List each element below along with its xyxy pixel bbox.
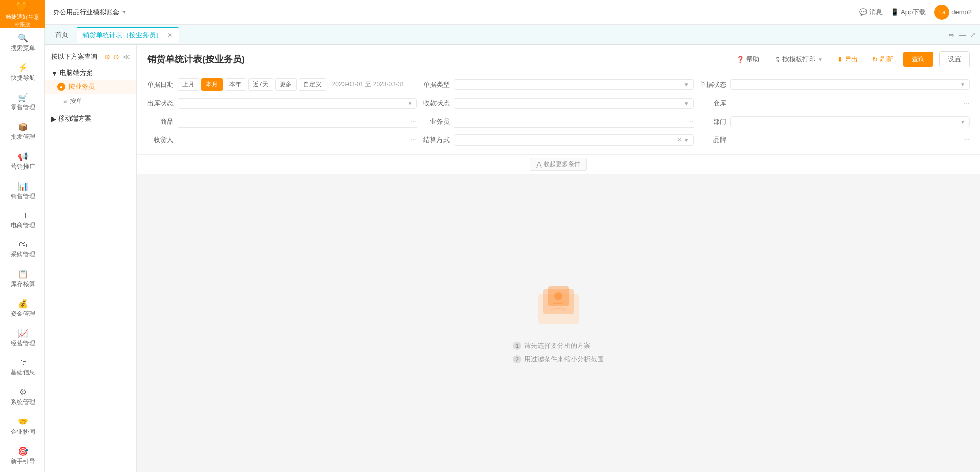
out-status-label: 出库状态 (147, 99, 174, 108)
logo-icon: 🧡 (16, 0, 29, 12)
tab-home[interactable]: 首页 (49, 27, 75, 43)
sidebar-item-12[interactable]: ⚙系统管理 (0, 382, 45, 412)
app-download-button[interactable]: 📱 App下载 (891, 8, 926, 17)
date-btn-this-year[interactable]: 本年 (225, 78, 246, 91)
sidebar-label-5: 销售管理 (11, 193, 35, 200)
print-template-button[interactable]: 🖨 按模板打印 ▼ (770, 53, 827, 66)
sidebar-icon-11: 🗂 (4, 358, 43, 367)
doc-type-arrow-icon: ▼ (684, 82, 689, 87)
out-status-select[interactable]: ▼ (178, 98, 417, 109)
top-header: 办公用品行业模拟账套 ▼ 💬 消息 📱 App下载 Ea demo2 (45, 0, 980, 25)
sidebar-icon-9: 💰 (4, 299, 43, 309)
tab-expand-icon[interactable]: ⇔ (948, 31, 954, 39)
sidebar-item-2[interactable]: 🛒零售管理 (0, 87, 45, 117)
date-btn-last-month[interactable]: 上月 (178, 78, 199, 91)
receipt-status-select[interactable]: ▼ (454, 98, 693, 109)
app-selector[interactable]: 办公用品行业模拟账套 ▼ (53, 8, 127, 17)
sidebar-item-6[interactable]: 🖥电商管理 (0, 206, 45, 235)
help-icon: ❓ (736, 56, 744, 63)
query-button[interactable]: 查询 (903, 52, 933, 67)
refresh-icon: ↻ (872, 56, 878, 63)
date-btn-custom[interactable]: 自定义 (299, 78, 326, 91)
brand-input[interactable] (730, 134, 961, 146)
sidebar-item-3[interactable]: 📦批发管理 (0, 117, 45, 147)
mobile-scheme-group-title[interactable]: ▶ 移动端方案 (45, 112, 136, 125)
app-subtitle: 标账版 (15, 21, 30, 28)
collapse-panel-button[interactable]: ≪ (122, 53, 130, 61)
consignee-dots-icon[interactable]: ··· (410, 135, 417, 145)
download-icon: 📱 (891, 8, 899, 16)
department-label: 部门 (700, 117, 726, 126)
sidebar-item-0[interactable]: 🔍搜索菜单 (0, 28, 45, 58)
tab-maximize-icon[interactable]: ⤢ (970, 31, 976, 39)
sidebar-item-4[interactable]: 📢营销推广 (0, 147, 45, 176)
sidebar-item-1[interactable]: ⚡快捷导航 (0, 58, 45, 87)
settlement-clear-icon[interactable]: ✕ (677, 136, 682, 144)
sidebar-icon-8: 📋 (4, 269, 43, 279)
tab-sales-stats[interactable]: 销货单统计表（按业务员） ✕ (77, 27, 179, 43)
message-label: 消息 (869, 8, 883, 17)
sidebar-icon-1: ⚡ (4, 63, 43, 73)
sidebar-item-13[interactable]: 🤝企业协同 (0, 412, 45, 441)
help-button[interactable]: ❓ 帮助 (732, 53, 764, 66)
user-profile[interactable]: Ea demo2 (934, 5, 972, 20)
consignee-input[interactable] (178, 134, 408, 146)
sidebar-item-14[interactable]: 🎯新手引导 (0, 441, 45, 471)
print-label: 按模板打印 (782, 55, 816, 64)
scheme-item-by-order[interactable]: ≡ 按单 (45, 94, 136, 108)
date-btn-this-month[interactable]: 本月 (201, 78, 223, 91)
message-icon: 💬 (859, 8, 867, 16)
main-content: 办公用品行业模拟账套 ▼ 💬 消息 📱 App下载 Ea demo2 首页 (45, 0, 980, 472)
sidebar-item-8[interactable]: 📋库存核算 (0, 264, 45, 294)
consignee-label: 收货人 (147, 135, 174, 145)
sidebar-item-5[interactable]: 📊销售管理 (0, 176, 45, 206)
message-button[interactable]: 💬 消息 (859, 8, 883, 17)
scheme-panel-title: 按以下方案查询 (51, 52, 97, 61)
sidebar-item-7[interactable]: 🛍采购管理 (0, 235, 45, 264)
tab-minimize-icon[interactable]: — (959, 31, 966, 39)
scheme-active-icon: ● (57, 83, 65, 91)
doc-type-label: 单据类型 (423, 80, 450, 89)
scheme-item-salesperson-label: 按业务员 (68, 82, 95, 91)
warehouse-input[interactable] (730, 97, 961, 109)
brand-dots-icon[interactable]: ··· (963, 135, 970, 145)
empty-illustration (528, 278, 589, 331)
hint-num-2: 2 (513, 355, 521, 363)
edit-scheme-button[interactable]: ⊙ (113, 53, 119, 61)
add-scheme-button[interactable]: ⊕ (104, 53, 110, 61)
sidebar-item-9[interactable]: 💰资金管理 (0, 294, 45, 323)
sidebar-label-10: 经营管理 (11, 340, 35, 347)
refresh-button[interactable]: ↻ 刷新 (868, 53, 897, 66)
settings-button[interactable]: 设置 (939, 51, 970, 67)
warehouse-dots-icon[interactable]: ··· (963, 99, 970, 108)
scheme-item-salesperson[interactable]: ● 按业务员 (45, 80, 136, 94)
goods-dots-icon[interactable]: ··· (410, 117, 417, 126)
department-select[interactable]: ▼ (730, 116, 970, 127)
hint-text-1: 请先选择要分析的方案 (524, 341, 591, 350)
date-range-text: 2023-03-01 至 2023-03-31 (332, 80, 404, 89)
export-button[interactable]: ⬇ 导出 (833, 53, 862, 66)
goods-input[interactable] (178, 115, 408, 127)
collapse-button[interactable]: ⋀ 收起更多条件 (530, 158, 587, 171)
salesperson-input[interactable] (454, 115, 684, 127)
desktop-scheme-group-title[interactable]: ▼ 电脑端方案 (45, 66, 136, 80)
doc-status-select[interactable]: ▼ (730, 79, 970, 90)
collapse-arrow-icon: ⋀ (536, 161, 542, 168)
settlement-label: 结算方式 (423, 135, 450, 145)
mobile-scheme-label: 移动端方案 (58, 114, 91, 123)
app-logo[interactable]: 🧡 畅捷通好生意 标账版 (0, 0, 45, 28)
salesperson-dots-icon[interactable]: ··· (687, 117, 693, 126)
date-btn-7days[interactable]: 近7天 (248, 78, 273, 91)
sidebar-item-10[interactable]: 📈经营管理 (0, 323, 45, 353)
doc-status-label: 单据状态 (700, 80, 726, 89)
filter-warehouse-group: 仓库 ··· (700, 97, 970, 109)
doc-type-select[interactable]: ▼ (454, 79, 693, 90)
sidebar-item-11[interactable]: 🗂基础信息 (0, 353, 45, 382)
sidebar-icon-4: 📢 (4, 152, 43, 161)
collapse-label: 收起更多条件 (544, 160, 580, 169)
tab-close-icon[interactable]: ✕ (167, 32, 173, 39)
app-selector-arrow-icon: ▼ (121, 9, 127, 15)
header-left: 办公用品行业模拟账套 ▼ (53, 8, 127, 17)
page-area: 按以下方案查询 ⊕ ⊙ ≪ ▼ 电脑端方案 ● 按业务员 ≡ 按 (45, 45, 980, 472)
date-btn-more[interactable]: 更多 (275, 78, 297, 91)
